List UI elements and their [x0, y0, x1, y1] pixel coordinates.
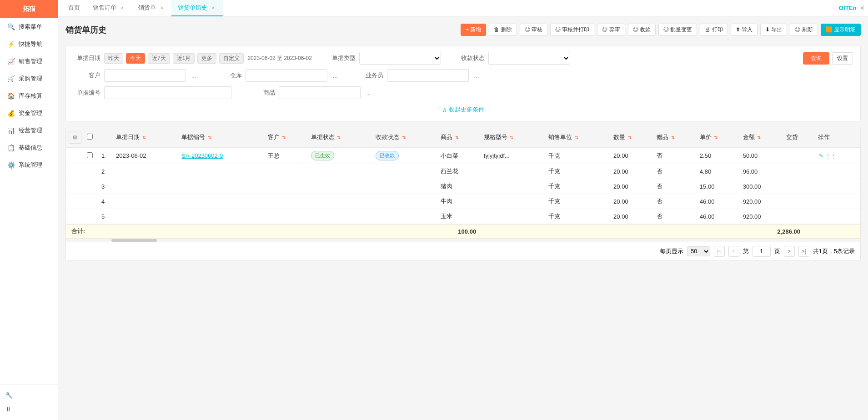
- spec-col-header[interactable]: 规格型号 ⇅: [481, 127, 546, 148]
- warehouse-dots[interactable]: ...: [331, 72, 340, 79]
- goods-col-header[interactable]: 商品 ⇅: [438, 127, 481, 148]
- customer-dots[interactable]: ...: [190, 72, 198, 79]
- gift-cell-1: 否: [654, 164, 697, 179]
- horizontal-scrollbar[interactable]: [66, 238, 860, 242]
- doc-date-col-header[interactable]: 单据日期 ⇅: [113, 127, 179, 148]
- close-all-icon[interactable]: ×: [860, 4, 864, 12]
- sidebar-item-inventory[interactable]: 🏠库存核算: [0, 87, 58, 105]
- sidebar-item-basic-info[interactable]: 📋基础信息: [0, 139, 58, 156]
- checkbox-col-header[interactable]: [84, 127, 99, 148]
- sidebar-item-sales-mgmt[interactable]: 📈销售管理: [0, 53, 58, 70]
- customer-col-header[interactable]: 客户 ⇅: [265, 127, 308, 148]
- import-button[interactable]: ⬆ 导入: [731, 24, 758, 36]
- payment-status-label: 收款状态: [457, 54, 485, 62]
- today-btn[interactable]: 今天: [126, 53, 145, 64]
- page-number-input[interactable]: [753, 246, 771, 257]
- gift-col-header[interactable]: 赠品 ⇅: [654, 127, 697, 148]
- unit-cell-4: 千克: [546, 209, 611, 224]
- tab-home[interactable]: 首页: [62, 0, 86, 16]
- checkbox-cell-4[interactable]: [84, 209, 99, 224]
- 1month-btn[interactable]: 近1月: [173, 53, 195, 64]
- sidebar-item-quick-nav[interactable]: ⚡快捷导航: [0, 35, 58, 53]
- checkbox-cell-1[interactable]: [84, 164, 99, 179]
- export-button[interactable]: ⬇ 导出: [760, 24, 787, 36]
- batch-change-button[interactable]: ◎ 批量变更: [658, 24, 697, 36]
- audit-print-button[interactable]: ◎ 审核并打印: [550, 24, 594, 36]
- more-btn-0[interactable]: ⋮⋮: [824, 153, 837, 159]
- sidebar-bottom-settings[interactable]: 🔧: [0, 388, 58, 402]
- delete-button[interactable]: 🗑 删除: [489, 24, 517, 36]
- customer-input[interactable]: [104, 69, 186, 82]
- collect-button[interactable]: ◎ 收款: [628, 24, 656, 36]
- tab-sales-goods[interactable]: 销货单×: [132, 0, 171, 16]
- doc-number-cell-4[interactable]: [179, 209, 265, 224]
- tab-close-sales-goods[interactable]: ×: [159, 5, 165, 11]
- 7days-btn[interactable]: 近7天: [148, 53, 170, 64]
- table-settings-icon[interactable]: ⚙: [69, 131, 81, 144]
- first-page-btn[interactable]: |<: [714, 246, 725, 257]
- settings-col-header[interactable]: ⚙: [66, 127, 84, 148]
- amount-col-header[interactable]: 金额 ⇅: [740, 127, 783, 148]
- checkbox-cell-2[interactable]: [84, 179, 99, 194]
- doc-number-col-header[interactable]: 单据编号 ⇅: [179, 127, 265, 148]
- custom-btn[interactable]: 自定义: [219, 53, 244, 64]
- collapse-filter-btn[interactable]: ∧ 收起更多条件: [73, 104, 853, 115]
- edit-btn-0[interactable]: ✎: [818, 153, 824, 159]
- table-footer: 合计: 100.00 2,286.00: [66, 224, 860, 238]
- row-checkbox-0[interactable]: [87, 152, 93, 158]
- refresh-button[interactable]: ◎ 刷新: [790, 24, 818, 36]
- filter-area: 单据日期 昨天 今天 近7天 近1月 更多 自定义 2023-06-02 至 2…: [65, 46, 861, 121]
- sidebar-bottom-pause[interactable]: ⏸: [0, 402, 58, 416]
- more-btn[interactable]: 更多: [197, 53, 216, 64]
- display-button[interactable]: 🟧 显示明细: [821, 24, 861, 36]
- checkbox-cell-3[interactable]: [84, 194, 99, 209]
- doc-number-cell-0[interactable]: SA-20230602-0: [179, 148, 265, 164]
- abandon-button[interactable]: ◎ 弃审: [597, 24, 625, 36]
- new-button[interactable]: + 新增: [461, 24, 486, 36]
- unit-col-header[interactable]: 销售单位 ⇅: [546, 127, 611, 148]
- payment-status-select[interactable]: [488, 52, 570, 65]
- goods-dots[interactable]: ...: [364, 90, 373, 96]
- staff-input[interactable]: [387, 69, 469, 82]
- price-cell-1: 4.80: [697, 164, 740, 179]
- doc-status-col-header[interactable]: 单据状态 ⇅: [308, 127, 373, 148]
- qty-cell-1: 20.00: [611, 164, 654, 179]
- select-all-checkbox[interactable]: [87, 134, 93, 140]
- next-page-btn[interactable]: >: [784, 246, 795, 257]
- warehouse-input[interactable]: [246, 69, 327, 82]
- checkbox-cell-0[interactable]: [84, 148, 99, 164]
- payment-status-col-header[interactable]: 收款状态 ⇅: [373, 127, 438, 148]
- sidebar-item-operations[interactable]: 📊经营管理: [0, 122, 58, 139]
- price-col-header[interactable]: 单价 ⇅: [697, 127, 740, 148]
- sidebar-item-system[interactable]: ⚙️系统管理: [0, 156, 58, 174]
- doc-type-select[interactable]: [359, 52, 441, 65]
- doc-number-cell-1[interactable]: [179, 164, 265, 179]
- qty-col-header[interactable]: 数量 ⇅: [611, 127, 654, 148]
- tab-sales-order[interactable]: 销售订单×: [86, 0, 132, 16]
- print-button[interactable]: 🖨 打印: [700, 24, 728, 36]
- customer-cell-1: [265, 164, 308, 179]
- footer-total-quantity: 100.00: [458, 228, 476, 235]
- doc-number-cell-3[interactable]: [179, 194, 265, 209]
- settings-filter-button[interactable]: 设置: [832, 52, 853, 65]
- sidebar-item-search-menu[interactable]: 🔍搜索菜单: [0, 18, 58, 35]
- yesterday-btn[interactable]: 昨天: [104, 53, 123, 64]
- operation-cell-2: [815, 179, 860, 194]
- tab-close-sales-history[interactable]: ×: [210, 5, 216, 11]
- doc-number-link-0[interactable]: SA-20230602-0: [181, 152, 223, 159]
- goods-input[interactable]: [279, 86, 361, 99]
- operation-col-header: 操作: [815, 127, 860, 148]
- tab-sales-history[interactable]: 销货单历史×: [171, 0, 223, 16]
- query-button[interactable]: 查询: [803, 52, 829, 65]
- last-page-btn[interactable]: >|: [798, 246, 809, 257]
- doc-number-cell-2[interactable]: [179, 179, 265, 194]
- sidebar-item-finance[interactable]: 💰资金管理: [0, 105, 58, 122]
- doc-number-input[interactable]: [104, 86, 231, 99]
- per-page-select[interactable]: 50 100: [687, 246, 710, 256]
- doc-status-cell-3: [308, 194, 373, 209]
- prev-page-btn[interactable]: <: [728, 246, 739, 257]
- staff-dots[interactable]: ...: [472, 72, 481, 79]
- sidebar-item-purchase-mgmt[interactable]: 🛒采购管理: [0, 70, 58, 87]
- audit-button[interactable]: ◎ 审核: [520, 24, 547, 36]
- tab-close-sales-order[interactable]: ×: [119, 5, 125, 11]
